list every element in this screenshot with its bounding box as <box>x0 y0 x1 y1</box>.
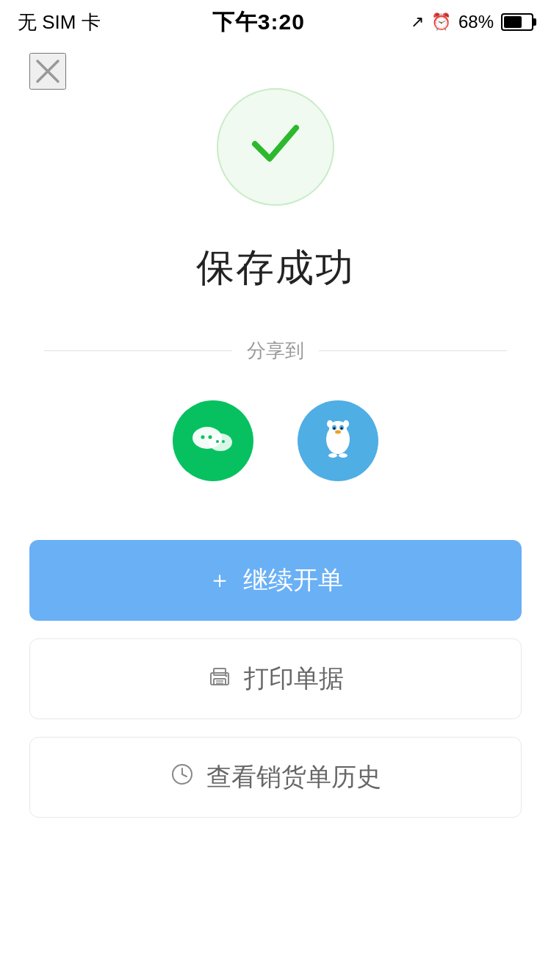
status-bar: 无 SIM 卡 下午3:20 ↗ ⏰ 68% <box>0 0 551 44</box>
action-buttons: ＋ 继续开单 打印单据 <box>0 540 551 818</box>
main-content: 保存成功 分享到 <box>0 44 551 818</box>
svg-point-16 <box>339 453 347 458</box>
svg-point-24 <box>226 675 228 677</box>
history-icon <box>170 762 195 793</box>
plus-icon: ＋ <box>208 564 231 597</box>
svg-point-14 <box>335 430 341 434</box>
svg-point-3 <box>209 433 232 451</box>
battery-fill <box>504 16 522 28</box>
close-button[interactable] <box>29 53 66 90</box>
svg-point-13 <box>341 428 343 430</box>
carrier-text: 无 SIM 卡 <box>18 10 101 35</box>
status-time: 下午3:20 <box>212 7 305 37</box>
check-icon <box>246 113 305 181</box>
share-label: 分享到 <box>247 338 304 364</box>
printer-icon <box>207 663 232 694</box>
svg-point-17 <box>327 420 333 428</box>
battery-container <box>501 13 533 31</box>
print-receipt-label: 打印单据 <box>244 662 344 696</box>
svg-point-6 <box>216 440 219 443</box>
divider-line-left <box>44 350 232 351</box>
svg-rect-20 <box>214 669 226 675</box>
success-circle <box>217 88 334 206</box>
svg-point-18 <box>343 420 349 428</box>
divider-line-right <box>319 350 507 351</box>
status-left: 无 SIM 卡 <box>18 10 107 35</box>
share-wechat-button[interactable] <box>173 400 253 481</box>
qq-icon <box>314 417 361 464</box>
success-title: 保存成功 <box>196 242 355 294</box>
view-history-button[interactable]: 查看销货单历史 <box>29 737 522 818</box>
svg-point-12 <box>334 428 336 430</box>
view-history-label: 查看销货单历史 <box>206 760 381 794</box>
svg-point-7 <box>222 440 225 443</box>
battery-icon <box>501 13 533 31</box>
continue-order-label: 继续开单 <box>243 563 343 597</box>
svg-line-27 <box>182 774 187 777</box>
svg-point-4 <box>201 436 205 439</box>
svg-point-15 <box>328 453 337 458</box>
alarm-icon: ⏰ <box>431 12 451 32</box>
share-buttons <box>173 400 378 481</box>
wechat-icon <box>190 417 237 464</box>
continue-order-button[interactable]: ＋ 继续开单 <box>29 540 522 621</box>
share-divider: 分享到 <box>0 338 551 364</box>
svg-point-5 <box>209 436 212 439</box>
svg-rect-21 <box>214 679 226 685</box>
share-qq-button[interactable] <box>298 400 378 481</box>
location-icon: ↗ <box>411 12 424 32</box>
close-icon <box>35 58 61 84</box>
print-receipt-button[interactable]: 打印单据 <box>29 638 522 719</box>
battery-text: 68% <box>458 12 494 32</box>
status-right: ↗ ⏰ 68% <box>411 12 533 32</box>
